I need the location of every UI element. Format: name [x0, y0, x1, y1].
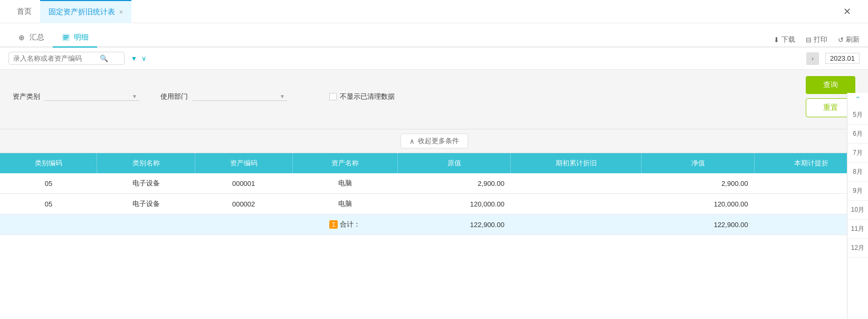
- col-category-code: 类别编码: [0, 153, 97, 173]
- table-row: 05 电子设备 000002 电脑 120,000.00 120,000.00: [0, 194, 868, 214]
- cell-category-name: 电子设备: [97, 173, 195, 194]
- cell-asset-code: 000002: [195, 194, 292, 214]
- right-panel: ⌃ 5月6月7月8月9月10月11月12月 2023: [847, 93, 868, 319]
- col-asset-name: 资产名称: [292, 153, 398, 173]
- cell-asset-code: 000001: [195, 173, 292, 194]
- chevron-down-icon: ∨: [141, 54, 147, 62]
- search-icon: 🔍: [100, 54, 108, 62]
- filter-row: 资产类别 ▼ 使用部门 ▼ 不显示已清理数据: [13, 76, 855, 117]
- top-nav: 首页 固定资产折旧统计表 × ✕: [0, 0, 868, 23]
- tab-actions: ⬇ 下载 ⊟ 打印 ↺ 刷新: [774, 35, 860, 46]
- download-btn[interactable]: ⬇ 下载: [774, 35, 795, 44]
- query-button[interactable]: 查询: [806, 76, 855, 94]
- department-arrow-icon: ▼: [280, 93, 285, 99]
- month-item[interactable]: 11月: [847, 220, 868, 239]
- summary-icon: ⊕: [17, 33, 26, 42]
- month-item[interactable]: 5月: [847, 106, 868, 125]
- cell-original-value: 120,000.00: [398, 194, 511, 214]
- table-row: 05 电子设备 000001 电脑 2,900.00 2,900.00: [0, 173, 868, 194]
- tab-title: 固定资产折旧统计表: [49, 7, 115, 17]
- refresh-icon: ↺: [838, 36, 844, 44]
- filter-area: 资产类别 ▼ 使用部门 ▼ 不显示已清理数据: [0, 70, 868, 129]
- search-bar: 🔍 ▼ ∨ › 2023.01: [0, 48, 868, 70]
- filter-icon: ▼: [131, 55, 137, 62]
- tab-detail[interactable]: 明细: [53, 29, 97, 48]
- asset-category-label: 资产类别: [13, 92, 40, 101]
- tab-close-icon[interactable]: ×: [119, 8, 123, 16]
- date-badge: 2023.01: [825, 53, 860, 64]
- summary-tab-label: 汇总: [30, 33, 44, 42]
- hide-cleared-label: 不显示已清理数据: [340, 92, 395, 101]
- cell-net-value: 120,000.00: [642, 194, 755, 214]
- month-item[interactable]: 10月: [847, 201, 868, 220]
- main-content: 资产类别 ▼ 使用部门 ▼ 不显示已清理数据: [0, 70, 868, 319]
- collapse-btn[interactable]: ∧ 收起更多条件: [400, 134, 468, 148]
- col-category-name: 类别名称: [97, 153, 195, 173]
- detail-icon: [61, 33, 71, 42]
- home-nav-item[interactable]: 首页: [8, 7, 40, 16]
- refresh-btn[interactable]: ↺ 刷新: [838, 35, 860, 44]
- collapse-bar: ∧ 收起更多条件: [0, 129, 868, 153]
- month-item[interactable]: 7月: [847, 144, 868, 163]
- total-net-value: 122,900.00: [642, 214, 755, 235]
- cell-category-code: 05: [0, 173, 97, 194]
- asset-category-arrow-icon: ▼: [132, 93, 137, 99]
- table-body: 05 电子设备 000001 电脑 2,900.00 2,900.00 05 电…: [0, 173, 868, 235]
- window-close-icon[interactable]: ✕: [843, 6, 860, 17]
- cell-original-value: 2,900.00: [398, 173, 511, 194]
- asset-category-select[interactable]: ▼: [44, 92, 139, 101]
- table-header-row: 类别编码 类别名称 资产编码 资产名称 原值 期初累计折旧 净值 本期计提折: [0, 153, 868, 173]
- col-net-value: 净值: [642, 153, 755, 173]
- tab-summary[interactable]: ⊕ 汇总: [8, 29, 53, 48]
- total-original-value: 122,900.00: [398, 214, 511, 235]
- svg-rect-1: [63, 35, 69, 36]
- month-item[interactable]: 6月: [847, 125, 868, 144]
- svg-rect-3: [63, 39, 67, 40]
- department-field: 使用部门 ▼: [160, 92, 287, 101]
- cell-category-code: 05: [0, 194, 97, 214]
- cell-net-value: 2,900.00: [642, 173, 755, 194]
- total-icon: Σ: [329, 220, 338, 229]
- print-label: 打印: [814, 35, 827, 44]
- department-select[interactable]: ▼: [192, 92, 287, 101]
- print-icon: ⊟: [806, 36, 812, 44]
- more-conditions-btn[interactable]: ▼ ∨: [131, 54, 147, 62]
- month-item[interactable]: 12月: [847, 239, 868, 258]
- svg-rect-2: [63, 37, 69, 38]
- month-item[interactable]: 8月: [847, 163, 868, 182]
- detail-tab-label: 明细: [74, 33, 89, 42]
- active-tab[interactable]: 固定资产折旧统计表 ×: [40, 0, 131, 23]
- hide-cleared-checkbox[interactable]: [329, 93, 337, 100]
- hide-cleared-wrap: 不显示已清理数据: [329, 92, 395, 101]
- search-input[interactable]: [13, 54, 98, 62]
- refresh-label: 刷新: [846, 35, 860, 44]
- print-btn[interactable]: ⊟ 打印: [806, 35, 827, 44]
- cell-asset-name: 电脑: [292, 173, 398, 194]
- tab-bar: ⊕ 汇总 明细 ⬇ 下载 ⊟ 打印 ↺ 刷新: [0, 23, 868, 48]
- cell-asset-name: 电脑: [292, 194, 398, 214]
- nav-arrow-right-btn[interactable]: ›: [806, 52, 819, 65]
- total-accum-depreciation: [511, 214, 642, 235]
- month-item[interactable]: 9月: [847, 182, 868, 201]
- month-list: 5月6月7月8月9月10月11月12月: [847, 106, 868, 258]
- scroll-up-btn[interactable]: ⌃: [847, 93, 868, 106]
- collapse-label: 收起更多条件: [418, 136, 459, 146]
- download-label: 下载: [781, 35, 795, 44]
- data-table: 类别编码 类别名称 资产编码 资产名称 原值 期初累计折旧 净值 本期计提折 0…: [0, 153, 868, 235]
- col-asset-code: 资产编码: [195, 153, 292, 173]
- col-original-value: 原值: [398, 153, 511, 173]
- total-row: Σ 合计： 122,900.00 122,900.00: [0, 214, 868, 235]
- cell-accum-depreciation: [511, 173, 642, 194]
- asset-category-field: 资产类别 ▼: [13, 92, 139, 101]
- content-area: 资产类别 ▼ 使用部门 ▼ 不显示已清理数据: [0, 70, 868, 319]
- search-input-wrap[interactable]: 🔍: [8, 52, 125, 65]
- total-label: Σ 合计：: [292, 214, 398, 235]
- download-icon: ⬇: [774, 36, 779, 44]
- cell-accum-depreciation: [511, 194, 642, 214]
- department-label: 使用部门: [160, 92, 188, 101]
- col-accum-depreciation: 期初累计折旧: [511, 153, 642, 173]
- data-table-wrap: 类别编码 类别名称 资产编码 资产名称 原值 期初累计折旧 净值 本期计提折 0…: [0, 153, 868, 319]
- cell-category-name: 电子设备: [97, 194, 195, 214]
- total-label-cell: [0, 214, 292, 235]
- chevron-up-icon: ∧: [409, 137, 415, 145]
